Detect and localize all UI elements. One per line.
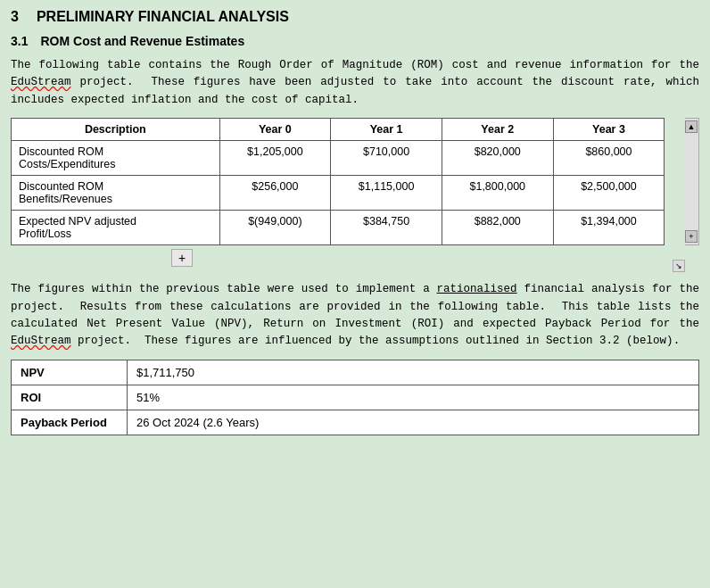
col-header-year2: Year 2 xyxy=(442,119,553,141)
intro-paragraph: The following table contains the Rough O… xyxy=(11,57,699,109)
summary-table: NPV $1,711,750 ROI 51% Payback Period 26… xyxy=(11,360,699,435)
scrollbar-up-button[interactable]: ▲ xyxy=(685,120,698,133)
row3-desc: Expected NPV adjustedProfit/Loss xyxy=(12,211,220,245)
and-word: and xyxy=(198,94,219,106)
row2-year3: $2,500,000 xyxy=(553,176,665,211)
payback-value: 26 Oct 2024 (2.6 Years) xyxy=(128,410,699,435)
row1-year3: $860,000 xyxy=(553,141,665,176)
row2-year2: $1,800,000 xyxy=(442,176,553,211)
npv-value: $1,711,750 xyxy=(128,360,699,385)
row3-year1: $384,750 xyxy=(331,211,442,245)
payback-label: Payback Period xyxy=(12,410,128,435)
col-header-year0: Year 0 xyxy=(219,119,331,141)
table-row: Expected NPV adjustedProfit/Loss $(949,0… xyxy=(12,211,665,245)
table-row: Discounted ROMCosts/Expenditures $1,205,… xyxy=(12,141,665,176)
this-word: This xyxy=(562,301,589,313)
rom-table: Description Year 0 Year 1 Year 2 Year 3 … xyxy=(11,118,665,245)
subsection-title: 3.1ROM Cost and Revenue Estimates xyxy=(11,34,699,48)
row1-year2: $820,000 xyxy=(442,141,553,176)
section-title: 3PRELIMINARY FINANCIAL ANALYSIS xyxy=(11,9,699,25)
summary-row-payback: Payback Period 26 Oct 2024 (2.6 Years) xyxy=(12,410,699,435)
row1-year0: $1,205,000 xyxy=(219,141,331,176)
row2-desc: Discounted ROMBenefits/Revenues xyxy=(12,176,220,211)
row2-year1: $1,115,000 xyxy=(331,176,442,211)
scrollbar-plus-button[interactable]: + xyxy=(685,230,698,243)
row3-year0: $(949,000) xyxy=(219,211,331,245)
edustream-link-1: EduStream xyxy=(11,76,71,88)
row2-year0: $256,000 xyxy=(219,176,331,211)
subsection-number: 3.1 xyxy=(11,34,28,48)
row1-desc: Discounted ROMCosts/Expenditures xyxy=(12,141,220,176)
outro-paragraph: The figures within the previous table we… xyxy=(11,281,699,351)
roi-value: 51% xyxy=(128,385,699,410)
row3-year3: $1,394,000 xyxy=(553,211,665,245)
rationalised-word: rationalised xyxy=(437,283,517,295)
edustream-link-2: EduStream xyxy=(11,335,71,347)
npv-label: NPV xyxy=(12,360,128,385)
col-header-year3: Year 3 xyxy=(553,119,665,141)
row1-year1: $710,000 xyxy=(331,141,442,176)
row3-year2: $882,000 xyxy=(442,211,553,245)
summary-row-roi: ROI 51% xyxy=(12,385,699,410)
summary-row-npv: NPV $1,711,750 xyxy=(12,360,699,385)
col-header-year1: Year 1 xyxy=(331,119,442,141)
add-row-button[interactable]: + xyxy=(171,249,193,267)
rom-table-container: Description Year 0 Year 1 Year 2 Year 3 … xyxy=(11,118,699,272)
section-number: 3 xyxy=(11,9,19,25)
col-header-description: Description xyxy=(12,119,220,141)
resize-handle[interactable]: ↘ xyxy=(673,260,685,272)
roi-label: ROI xyxy=(12,385,128,410)
table-row: Discounted ROMBenefits/Revenues $256,000… xyxy=(12,176,665,211)
